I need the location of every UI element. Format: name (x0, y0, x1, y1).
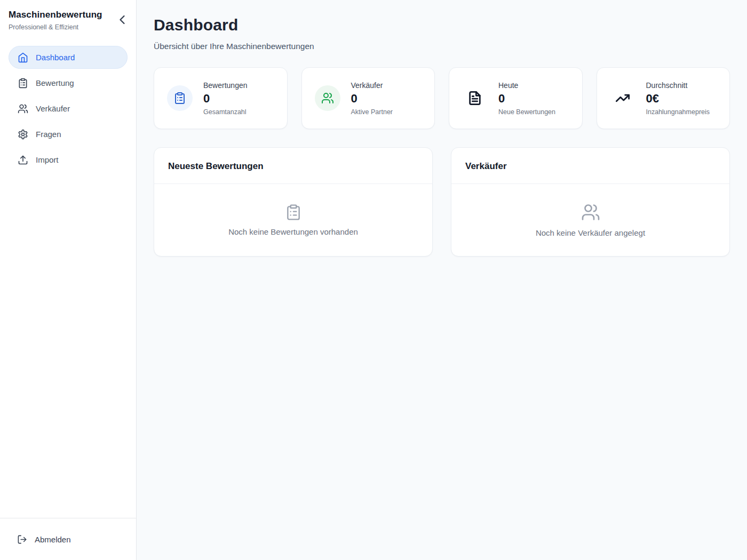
sidebar-item-verkaeufer[interactable]: Verkäufer (9, 97, 128, 120)
home-icon (18, 52, 28, 63)
sidebar-item-label: Bewertung (36, 78, 74, 87)
stat-text: Durchschnitt 0€ Inzahlungnahmepreis (646, 81, 710, 116)
empty-state-text: Noch keine Verkäufer angelegt (536, 228, 645, 237)
panel-neueste-bewertungen: Neueste Bewertungen Noch keine Bewertung… (154, 147, 433, 257)
sidebar-item-label: Dashboard (36, 53, 75, 62)
stat-text: Verkäufer 0 Aktive Partner (351, 81, 393, 116)
clipboard-icon (167, 85, 193, 111)
stats-grid: Bewertungen 0 Gesamtanzahl Verkäufer 0 A… (154, 67, 730, 129)
sidebar-item-label: Import (36, 155, 59, 164)
users-icon (18, 103, 28, 114)
logout-label: Abmelden (35, 535, 71, 544)
stat-value: 0 (203, 92, 248, 106)
panel-empty-state: Noch keine Verkäufer angelegt (451, 184, 729, 256)
app-title: Maschinenbewertung (9, 10, 102, 20)
stat-text: Heute 0 Neue Bewertungen (498, 81, 555, 116)
upload-icon (18, 155, 28, 165)
panel-header: Neueste Bewertungen (154, 148, 432, 184)
stat-text: Bewertungen 0 Gesamtanzahl (203, 81, 248, 116)
users-icon (581, 203, 600, 222)
trending-up-icon (610, 85, 635, 111)
panel-title: Verkäufer (465, 161, 716, 172)
sidebar-nav: Dashboard Bewertung Verkäufer Fragen Imp… (0, 42, 136, 518)
panel-empty-state: Noch keine Bewertungen vorhanden (154, 184, 432, 256)
sidebar-item-import[interactable]: Import (9, 148, 128, 171)
stat-card-bewertungen: Bewertungen 0 Gesamtanzahl (154, 67, 288, 129)
sidebar-branding: Maschinenbewertung Professionell & Effiz… (9, 10, 102, 31)
app-subtitle: Professionell & Effizient (9, 23, 102, 31)
logout-button[interactable]: Abmelden (9, 529, 128, 549)
page-subtitle: Übersicht über Ihre Maschinenbewertungen (154, 42, 730, 51)
stat-sublabel: Inzahlungnahmepreis (646, 108, 710, 116)
sidebar-item-dashboard[interactable]: Dashboard (9, 46, 128, 69)
panel-title: Neueste Bewertungen (168, 161, 418, 172)
page-title: Dashboard (154, 16, 730, 34)
sidebar-item-label: Verkäufer (36, 104, 70, 113)
stat-sublabel: Aktive Partner (351, 108, 393, 116)
sidebar: Maschinenbewertung Professionell & Effiz… (0, 0, 137, 560)
clipboard-icon (18, 78, 28, 89)
stat-sublabel: Neue Bewertungen (498, 108, 555, 116)
sidebar-footer: Abmelden (0, 518, 136, 560)
stat-label: Verkäufer (351, 81, 393, 90)
file-text-icon (462, 85, 488, 111)
stat-value: 0€ (646, 92, 710, 106)
sidebar-item-label: Fragen (36, 130, 61, 139)
stat-value: 0 (351, 92, 393, 106)
stat-label: Bewertungen (203, 81, 248, 90)
main-content: Dashboard Übersicht über Ihre Maschinenb… (137, 0, 747, 560)
users-icon (315, 85, 340, 111)
stat-card-durchschnitt: Durchschnitt 0€ Inzahlungnahmepreis (597, 67, 730, 129)
stat-card-heute: Heute 0 Neue Bewertungen (449, 67, 583, 129)
chevron-left-icon (115, 12, 130, 29)
stat-label: Heute (498, 81, 555, 90)
empty-state-text: Noch keine Bewertungen vorhanden (228, 227, 358, 236)
stat-card-verkaeufer: Verkäufer 0 Aktive Partner (301, 67, 435, 129)
sidebar-header: Maschinenbewertung Professionell & Effiz… (0, 0, 136, 42)
panel-header: Verkäufer (451, 148, 729, 184)
gear-icon (18, 129, 28, 140)
sidebar-collapse-button[interactable] (115, 13, 130, 28)
stat-label: Durchschnitt (646, 81, 710, 90)
sidebar-item-bewertung[interactable]: Bewertung (9, 71, 128, 94)
stat-value: 0 (498, 92, 555, 106)
clipboard-icon (285, 204, 302, 221)
panel-verkaeufer: Verkäufer Noch keine Verkäufer angelegt (451, 147, 730, 257)
stat-sublabel: Gesamtanzahl (203, 108, 248, 116)
sidebar-item-fragen[interactable]: Fragen (9, 123, 128, 146)
panels-grid: Neueste Bewertungen Noch keine Bewertung… (154, 147, 730, 257)
logout-icon (17, 534, 27, 545)
